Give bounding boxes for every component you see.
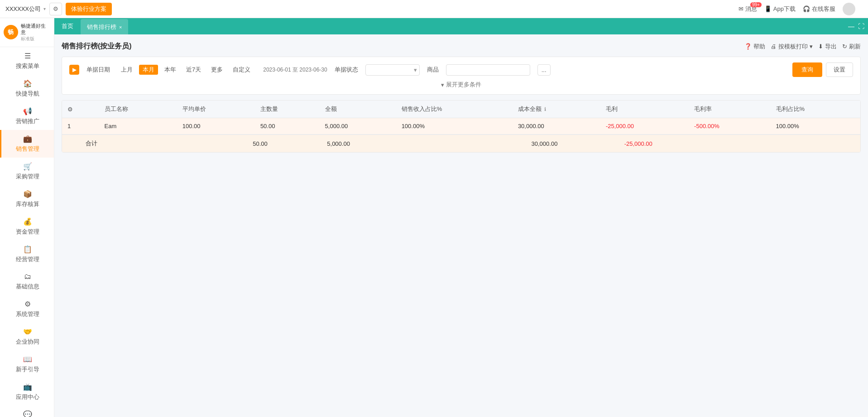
sidebar-item-operations[interactable]: 📋 经营管理 [0, 240, 54, 268]
sidebar-item-purchase-mgmt[interactable]: 🛒 采购管理 [0, 158, 54, 185]
th-main-qty: 主数量 [255, 101, 320, 118]
sidebar-item-capital[interactable]: 💰 资金管理 [0, 213, 54, 240]
cell-sales-ratio: 100.00% [396, 118, 513, 134]
expand-conditions-button[interactable]: ▾ 展开更多条件 [441, 81, 481, 89]
logo-line1: 畅捷通好生意 [21, 23, 50, 36]
expand-label: 展开更多条件 [446, 81, 481, 89]
company-name: XXXXXX公司 [5, 5, 41, 13]
page-actions: ❓ 帮助 🖨 按模板打印 ▾ ⬇ 导出 ↻ 刷新 [744, 43, 861, 51]
page-content: 销售排行榜(按业务员) ❓ 帮助 🖨 按模板打印 ▾ ⬇ 导出 [54, 34, 868, 417]
cell-gross-profit: -25,000.00 [600, 118, 689, 134]
sidebar-item-marketing[interactable]: 📢 营销推广 [0, 102, 54, 130]
logo-line2: 标准版 [21, 36, 50, 42]
sidebar-item-label: 新手引导 [16, 365, 39, 374]
date-opt-custom[interactable]: 自定义 [229, 65, 254, 75]
data-table: ⚙ 员工名称 平均单价 主数量 [62, 101, 860, 134]
tab-bar: 首页 销售排行榜 × — ⛶ [54, 18, 868, 34]
date-opt-7days[interactable]: 近7天 [182, 65, 205, 75]
sidebar-item-enterprise-collab[interactable]: 🤝 企业协同 [0, 323, 54, 350]
cell-gross-rate: -500.00% [689, 118, 770, 134]
tab-sales-ranking[interactable]: 销售排行榜 × [81, 19, 128, 35]
date-range-display: 2023-06-01 至 2023-06-30 [263, 66, 327, 74]
sidebar-item-label: 采购管理 [16, 173, 39, 181]
basic-info-icon: 🗂 [24, 273, 31, 281]
sidebar: 畅 畅捷通好生意 标准版 ☰ 搜索菜单 🏠 快捷导航 📢 营销推广 💼 销售管理… [0, 18, 54, 417]
sidebar-item-inventory[interactable]: 📦 库存核算 [0, 185, 54, 213]
help-icon: ❓ [744, 43, 752, 50]
cell-name: Eam [99, 118, 177, 134]
sidebar-item-sales-mgmt[interactable]: 💼 销售管理 [0, 130, 54, 158]
total-cost-amount: 30,000.00 [526, 135, 619, 152]
refresh-button[interactable]: ↻ 刷新 [842, 43, 861, 51]
enterprise-collab-icon: 🤝 [23, 327, 32, 336]
tab-label: 销售排行榜 [87, 23, 116, 31]
cell-total-amount: 5,000.00 [320, 118, 396, 134]
gear-icon: ⚙ [53, 5, 58, 12]
date-opt-current-month[interactable]: 本月 [139, 65, 158, 75]
top-right-actions: ✉ 消息 99+ 📱 App下载 🎧 在线客服 [739, 3, 863, 15]
export-icon: ⬇ [818, 43, 823, 50]
sidebar-item-system-mgmt[interactable]: ⚙ 系统管理 [0, 295, 54, 323]
app-center-icon: 📺 [23, 383, 32, 391]
message-button[interactable]: ✉ 消息 99+ [739, 5, 757, 13]
table-header-row: ⚙ 员工名称 平均单价 主数量 [62, 101, 860, 118]
goods-more-button[interactable]: ... [537, 64, 551, 76]
gear-icon: ⚙ [67, 106, 73, 113]
sidebar-item-search-orders[interactable]: ☰ 搜索菜单 [0, 47, 54, 75]
page-header: 销售排行榜(按业务员) ❓ 帮助 🖨 按模板打印 ▾ ⬇ 导出 [62, 42, 861, 51]
filter-area: ▶ 单据日期 上月 本月 本年 近7天 更多 自定义 2023-06-01 至 … [62, 57, 861, 95]
company-selector[interactable]: XXXXXX公司 ▾ [5, 5, 46, 13]
sidebar-item-enterprise-wechat[interactable]: 💬 企业微信 [0, 406, 54, 417]
setting-button[interactable]: 设置 [826, 62, 853, 77]
tab-home[interactable]: 首页 [54, 18, 81, 34]
filter-expand-button[interactable]: ▶ [69, 65, 79, 75]
online-service-button[interactable]: 🎧 在线客服 [803, 5, 835, 13]
export-button[interactable]: ⬇ 导出 [818, 43, 837, 51]
status-select-wrap [365, 64, 420, 76]
th-gear[interactable]: ⚙ [62, 101, 99, 118]
logo-icon: 畅 [4, 25, 18, 39]
date-opt-prev-month[interactable]: 上月 [117, 65, 136, 75]
sidebar-item-quick-nav[interactable]: 🏠 快捷导航 [0, 75, 54, 102]
sidebar-logo: 畅 畅捷通好生意 标准版 [0, 18, 54, 47]
cell-gross-ratio: 100.00% [771, 118, 860, 134]
th-cost-amount: 成本全额 ℹ [513, 101, 600, 118]
print-icon: 🖨 [771, 43, 777, 50]
tab-maximize-icon[interactable]: ⛶ [858, 23, 864, 30]
sidebar-item-label: 资金管理 [16, 228, 39, 236]
avatar[interactable] [843, 3, 855, 15]
date-opt-current-year[interactable]: 本年 [161, 65, 180, 75]
info-icon[interactable]: ℹ [544, 106, 546, 112]
sidebar-item-app-center[interactable]: 📺 应用中心 [0, 378, 54, 406]
total-avg-price-empty [173, 135, 247, 152]
tab-minimize-icon[interactable]: — [848, 23, 854, 30]
goods-input[interactable] [446, 64, 530, 76]
query-button[interactable]: 查询 [792, 62, 822, 77]
template-print-button[interactable]: 🖨 按模板打印 ▾ [771, 43, 813, 51]
help-button[interactable]: ❓ 帮助 [744, 43, 765, 51]
sidebar-item-basic-info[interactable]: 🗂 基础信息 [0, 268, 54, 295]
cell-rank: 1 [62, 118, 99, 134]
th-total-amount: 全额 [320, 101, 396, 118]
operations-icon: 📋 [23, 245, 32, 254]
th-gross-rate: 毛利率 [689, 101, 770, 118]
date-opt-more[interactable]: 更多 [207, 65, 226, 75]
total-gross-rate-empty [712, 135, 786, 152]
sidebar-item-label: 销售管理 [16, 145, 39, 153]
sidebar-item-label: 快捷导航 [16, 90, 39, 98]
sidebar-item-label: 库存核算 [16, 200, 39, 208]
status-select[interactable] [365, 64, 420, 76]
sidebar-item-label: 营销推广 [16, 117, 39, 125]
headset-icon: 🎧 [803, 5, 810, 12]
inventory-icon: 📦 [23, 190, 32, 198]
th-gross-ratio: 毛利占比% [771, 101, 860, 118]
trial-button[interactable]: 体验行业方案 [66, 3, 112, 15]
quick-nav-icon: 🏠 [23, 79, 32, 88]
app-download-button[interactable]: 📱 App下载 [764, 5, 796, 13]
sidebar-item-newbie-guide[interactable]: 📖 新手引导 [0, 350, 54, 378]
logo-text-block: 畅捷通好生意 标准版 [21, 23, 50, 42]
cell-main-qty: 50.00 [255, 118, 320, 134]
tab-close-icon[interactable]: × [119, 24, 122, 30]
total-gross-ratio-empty [786, 135, 860, 152]
settings-button[interactable]: ⚙ [49, 3, 62, 15]
